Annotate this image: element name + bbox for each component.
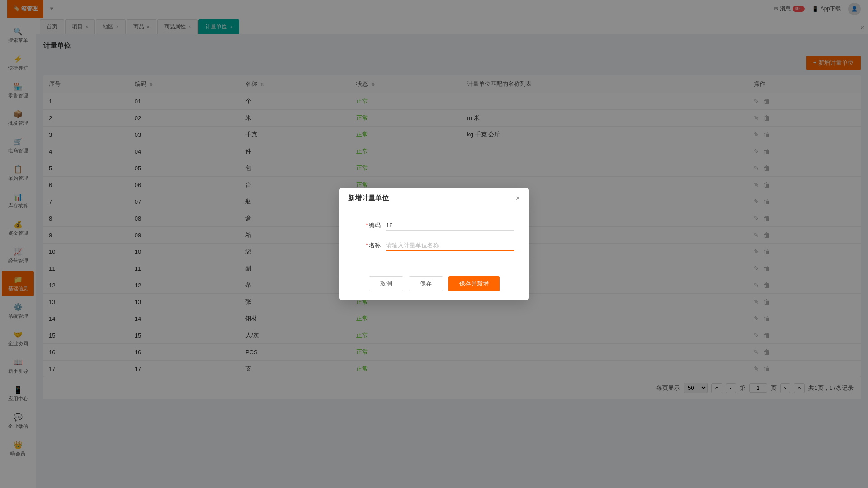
modal-title: 新增计量单位 xyxy=(348,194,389,202)
modal-header: 新增计量单位 × xyxy=(339,188,529,209)
save-button[interactable]: 保存 xyxy=(409,276,443,291)
code-input[interactable] xyxy=(386,220,514,231)
save-and-new-button[interactable]: 保存并新增 xyxy=(448,276,500,291)
modal-overlay[interactable]: 新增计量单位 × *编码 *名称 取消 保存 保存并新增 xyxy=(0,0,868,488)
name-input[interactable] xyxy=(386,240,514,251)
cancel-button[interactable]: 取消 xyxy=(369,276,403,291)
code-form-row: *编码 xyxy=(354,220,514,231)
code-label: *编码 xyxy=(354,221,381,230)
name-form-row: *名称 xyxy=(354,240,514,251)
modal-body: *编码 *名称 xyxy=(339,209,529,271)
add-unit-modal: 新增计量单位 × *编码 *名称 取消 保存 保存并新增 xyxy=(339,188,529,300)
name-label: *名称 xyxy=(354,241,381,249)
required-star-name: * xyxy=(366,242,368,249)
required-star: * xyxy=(366,222,368,229)
modal-footer: 取消 保存 保存并新增 xyxy=(339,271,529,300)
modal-close-button[interactable]: × xyxy=(516,194,520,202)
